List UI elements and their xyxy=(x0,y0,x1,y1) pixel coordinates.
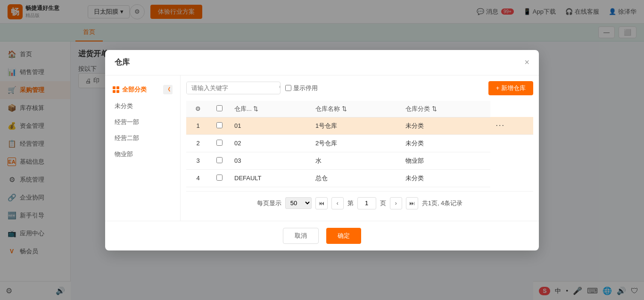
table-row[interactable]: 3 03 水 物业部 xyxy=(186,152,533,169)
search-box: 🔍 xyxy=(186,82,281,94)
row-code: DEFAULT xyxy=(229,169,310,187)
next-page-button[interactable]: › xyxy=(390,197,402,209)
search-icon: 🔍 xyxy=(279,84,281,92)
row-code: 01 xyxy=(229,117,310,134)
page-label: 第 xyxy=(347,199,354,208)
cat-item-ops2[interactable]: 经营二部 xyxy=(105,130,180,146)
last-page-button[interactable]: ⏭ xyxy=(406,197,418,209)
show-disabled-option: 显示停用 xyxy=(285,84,318,92)
row-checkbox-cell xyxy=(210,134,229,152)
warehouse-table: ⚙ 仓库... ⇅ 仓库名称 xyxy=(186,101,533,187)
col-name-header[interactable]: 仓库名称 ⇅ xyxy=(310,101,400,117)
col-settings-icon[interactable]: ⚙ xyxy=(195,105,201,112)
row-index: 1 xyxy=(186,117,210,134)
row-name: 水 xyxy=(310,152,400,169)
col-category-label: 仓库分类 xyxy=(405,105,430,112)
modal-close-button[interactable]: × xyxy=(524,58,529,67)
row-category: 物业部 xyxy=(400,152,490,169)
row-index: 2 xyxy=(186,134,210,152)
row-code: 03 xyxy=(229,152,310,169)
row-checkbox[interactable] xyxy=(216,175,223,181)
all-categories-header[interactable]: 全部分类 《 xyxy=(105,81,180,98)
warehouse-modal: 仓库 × 全部分类 《 未分类 经营一部 经营二部 xyxy=(105,50,539,250)
row-checkbox[interactable] xyxy=(216,157,223,163)
modal-title: 仓库 xyxy=(115,58,130,67)
sort-cat-icon: ⇅ xyxy=(432,105,437,112)
modal-overlay: 仓库 × 全部分类 《 未分类 经营一部 经营二部 xyxy=(0,0,644,300)
cat-item-ops1[interactable]: 经营一部 xyxy=(105,114,180,130)
page-input[interactable] xyxy=(357,197,376,209)
row-name: 1号仓库 xyxy=(310,117,400,134)
per-page-label: 每页显示 xyxy=(257,199,281,208)
row-category: 未分类 xyxy=(400,134,490,152)
add-warehouse-button[interactable]: + 新增仓库 xyxy=(488,81,533,95)
col-name-label: 仓库名称 xyxy=(315,105,340,112)
col-code-label: 仓库... xyxy=(234,105,252,112)
row-actions[interactable]: ··· xyxy=(490,117,533,134)
sort-icon: ⇅ xyxy=(253,105,258,112)
first-page-button[interactable]: ⏮ xyxy=(315,197,328,209)
total-records-label: 共1页, 4条记录 xyxy=(422,199,463,208)
modal-header: 仓库 × xyxy=(105,50,539,75)
search-button[interactable]: 🔍 xyxy=(275,83,281,93)
cat-item-property[interactable]: 物业部 xyxy=(105,146,180,162)
row-name: 总仓 xyxy=(310,169,400,187)
search-input[interactable] xyxy=(187,82,275,94)
table-row[interactable]: 4 DEFAULT 总仓 未分类 xyxy=(186,169,533,187)
sort-name-icon: ⇅ xyxy=(342,105,347,112)
row-category: 未分类 xyxy=(400,169,490,187)
row-checkbox[interactable] xyxy=(216,140,223,146)
category-sidebar: 全部分类 《 未分类 经营一部 经营二部 物业部 xyxy=(105,75,181,221)
confirm-button[interactable]: 确定 xyxy=(326,228,361,244)
all-categories-label: 全部分类 xyxy=(122,85,147,94)
row-index: 4 xyxy=(186,169,210,187)
col-checkbox-header xyxy=(210,101,229,117)
row-checkbox-cell xyxy=(210,117,229,134)
row-code: 02 xyxy=(229,134,310,152)
cancel-button[interactable]: 取消 xyxy=(283,228,319,244)
row-checkbox-cell xyxy=(210,152,229,169)
row-checkbox[interactable] xyxy=(216,122,223,128)
table-row[interactable]: 2 02 2号仓库 未分类 xyxy=(186,134,533,152)
show-disabled-label: 显示停用 xyxy=(293,84,318,92)
row-checkbox-cell xyxy=(210,169,229,187)
show-disabled-checkbox[interactable] xyxy=(285,85,291,91)
row-index: 3 xyxy=(186,152,210,169)
modal-body: 全部分类 《 未分类 经营一部 经营二部 物业部 🔍 xyxy=(105,75,539,221)
select-all-checkbox[interactable] xyxy=(216,105,223,111)
row-category: 未分类 xyxy=(400,117,490,134)
col-category-header[interactable]: 仓库分类 ⇅ xyxy=(400,101,490,117)
pagination: 每页显示 50 20 100 ⏮ ‹ 第 页 › ⏭ 共1页, 4条记录 xyxy=(186,191,533,215)
per-page-select[interactable]: 50 20 100 xyxy=(285,197,312,209)
col-settings: ⚙ xyxy=(186,101,210,117)
col-code-header[interactable]: 仓库... ⇅ xyxy=(229,101,310,117)
table-area: 🔍 显示停用 + 新增仓库 ⚙ xyxy=(181,75,539,221)
row-name: 2号仓库 xyxy=(310,134,400,152)
grid-category-icon xyxy=(113,86,119,93)
prev-page-button[interactable]: ‹ xyxy=(331,197,344,209)
modal-footer: 取消 确定 xyxy=(105,221,539,250)
category-collapse-button[interactable]: 《 xyxy=(163,85,173,94)
page-suffix: 页 xyxy=(380,199,386,208)
table-toolbar: 🔍 显示停用 + 新增仓库 xyxy=(186,81,533,95)
cat-item-unclassified[interactable]: 未分类 xyxy=(105,98,180,114)
table-row[interactable]: 1 01 1号仓库 未分类 ··· xyxy=(186,117,533,134)
